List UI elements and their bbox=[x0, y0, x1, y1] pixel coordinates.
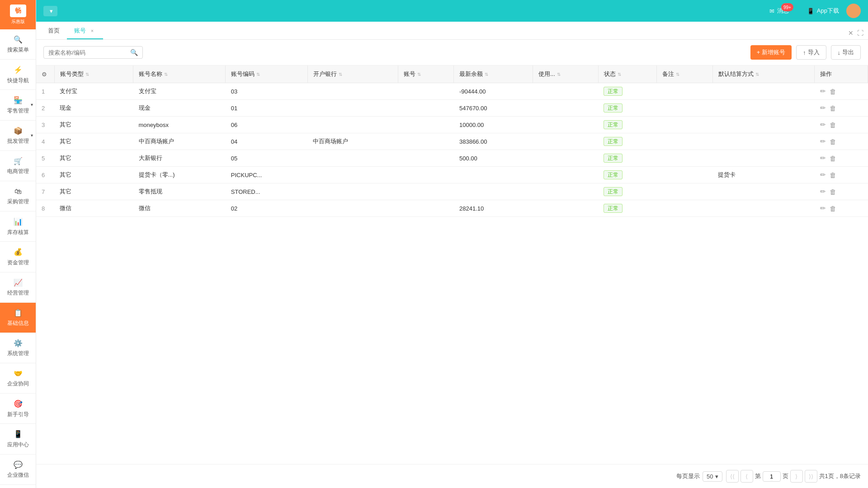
sidebar-label-corp-agreement: 企业协同 bbox=[7, 380, 29, 388]
sidebar-nav: 🔍 搜索菜单 ⚡ 快捷导航 🏪 零售管理 📦 批发管理 🛒 电商管理 🛍 采购管… bbox=[0, 29, 36, 488]
sidebar-item-member[interactable]: 👤 畅会员 bbox=[0, 485, 36, 488]
delete-button[interactable]: 🗑 bbox=[830, 188, 836, 196]
col-bank[interactable]: 开户银行⇅ bbox=[307, 66, 398, 83]
cell-settlement bbox=[712, 100, 815, 117]
sidebar-item-finance[interactable]: 💰 资金管理 bbox=[0, 242, 36, 272]
col-name[interactable]: 账号名称⇅ bbox=[133, 66, 226, 83]
export-button[interactable]: ↓ 导出 bbox=[831, 45, 861, 60]
sidebar-item-system[interactable]: ⚙️ 系统管理 bbox=[0, 333, 36, 363]
cell-type: 其它 bbox=[54, 133, 133, 150]
sidebar-icon-quick-nav: ⚡ bbox=[14, 65, 23, 75]
delete-button[interactable]: 🗑 bbox=[830, 104, 836, 112]
sidebar-item-app-center[interactable]: 📱 应用中心 bbox=[0, 424, 36, 454]
prev-page-button[interactable]: ⟨ bbox=[741, 470, 753, 483]
maximize-icon[interactable]: ⛶ bbox=[857, 29, 863, 37]
cell-usage bbox=[533, 133, 598, 150]
sidebar-item-basic-info[interactable]: 📋 基础信息 bbox=[0, 303, 36, 333]
cell-name: 现金 bbox=[133, 100, 226, 117]
edit-button[interactable]: ✏ bbox=[820, 87, 826, 95]
table-row: 2 现金 现金 01 547670.00 正常 ✏ 🗑 bbox=[36, 100, 868, 117]
logo-area: 畅 乐惠版 bbox=[0, 0, 36, 29]
row-num: 7 bbox=[36, 183, 54, 200]
cell-balance: 10000.00 bbox=[454, 117, 533, 133]
add-account-button[interactable]: + 新增账号 bbox=[750, 45, 792, 60]
sidebar-item-corp-agreement[interactable]: 🤝 企业协同 bbox=[0, 363, 36, 394]
row-num: 5 bbox=[36, 150, 54, 167]
logo-text: 乐惠版 bbox=[11, 19, 25, 25]
edit-button[interactable]: ✏ bbox=[820, 121, 826, 129]
sidebar-item-purchase[interactable]: 🛍 采购管理 bbox=[0, 181, 36, 211]
sidebar-item-new-guide[interactable]: 🎯 新手引导 bbox=[0, 394, 36, 424]
edit-button[interactable]: ✏ bbox=[820, 204, 826, 212]
col-settlement[interactable]: 默认结算方式⇅ bbox=[712, 66, 815, 83]
edit-button[interactable]: ✏ bbox=[820, 104, 826, 112]
page-input[interactable] bbox=[763, 471, 781, 482]
edit-button[interactable]: ✏ bbox=[820, 154, 826, 162]
sidebar-icon-app-center: 📱 bbox=[14, 429, 23, 439]
col-usage[interactable]: 使用...⇅ bbox=[533, 66, 598, 83]
store-dropdown[interactable]: ▾ bbox=[43, 6, 57, 16]
sidebar-icon-wholesale: 📦 bbox=[14, 126, 23, 136]
action-buttons: ✏ 🗑 bbox=[820, 137, 863, 145]
sidebar-icon-purchase: 🛍 bbox=[14, 187, 22, 197]
delete-button[interactable]: 🗑 bbox=[830, 88, 836, 95]
delete-button[interactable]: 🗑 bbox=[830, 138, 836, 145]
col-account[interactable]: 账号⇅ bbox=[398, 66, 454, 83]
cell-account bbox=[398, 83, 454, 100]
messages-action[interactable]: ✉ 消息 99+ bbox=[769, 7, 789, 15]
avatar[interactable] bbox=[846, 4, 861, 18]
import-label: 导入 bbox=[808, 48, 820, 56]
sidebar-item-retail[interactable]: 🏪 零售管理 bbox=[0, 90, 36, 120]
tab-account-close[interactable]: × bbox=[89, 27, 96, 34]
edit-button[interactable]: ✏ bbox=[820, 171, 826, 179]
sidebar-item-ecommerce[interactable]: 🛒 电商管理 bbox=[0, 151, 36, 181]
action-buttons: ✏ 🗑 bbox=[820, 204, 863, 212]
sidebar-item-quick-nav[interactable]: ⚡ 快捷导航 bbox=[0, 60, 36, 90]
search-input[interactable] bbox=[48, 49, 127, 56]
col-type[interactable]: 账号类型⇅ bbox=[54, 66, 133, 83]
delete-button[interactable]: 🗑 bbox=[830, 155, 836, 162]
col-notes[interactable]: 备注⇅ bbox=[657, 66, 713, 83]
cell-usage bbox=[533, 100, 598, 117]
close-window-icon[interactable]: ✕ bbox=[848, 29, 854, 37]
sidebar-item-corp-wechat[interactable]: 💬 企业微信 bbox=[0, 455, 36, 485]
edit-button[interactable]: ✏ bbox=[820, 137, 826, 145]
next-page-button[interactable]: ⟩ bbox=[790, 470, 803, 483]
col-status[interactable]: 状态⇅ bbox=[598, 66, 656, 83]
last-page-button[interactable]: ⟩⟩ bbox=[805, 470, 817, 483]
column-settings-icon[interactable]: ⚙ bbox=[42, 71, 47, 78]
tab-account-label: 账号 bbox=[74, 27, 86, 35]
cell-bank bbox=[307, 150, 398, 167]
sidebar-item-operations[interactable]: 📈 经营管理 bbox=[0, 272, 36, 303]
sidebar-item-search[interactable]: 🔍 搜索菜单 bbox=[0, 29, 36, 60]
col-balance[interactable]: 最新余额⇅ bbox=[454, 66, 533, 83]
delete-button[interactable]: 🗑 bbox=[830, 121, 836, 129]
edit-button[interactable]: ✏ bbox=[820, 188, 826, 196]
cell-actions: ✏ 🗑 bbox=[815, 200, 868, 217]
tab-account[interactable]: 账号 × bbox=[67, 23, 103, 39]
delete-button[interactable]: 🗑 bbox=[830, 205, 836, 212]
cell-code: STORED... bbox=[226, 183, 308, 200]
cell-account bbox=[398, 150, 454, 167]
col-code[interactable]: 账号编码⇅ bbox=[226, 66, 308, 83]
table-row: 7 其它 零售抵现 STORED... 正常 ✏ 🗑 bbox=[36, 183, 868, 200]
sidebar-item-inventory[interactable]: 📊 库存核算 bbox=[0, 211, 36, 242]
cell-settlement bbox=[712, 200, 815, 217]
cell-status: 正常 bbox=[598, 183, 656, 200]
content-area: 🔍 + 新增账号 ↑ 导入 ↓ 导出 ⚙ bbox=[36, 40, 868, 488]
delete-button[interactable]: 🗑 bbox=[830, 171, 836, 179]
cell-type: 现金 bbox=[54, 100, 133, 117]
tab-home[interactable]: 首页 bbox=[41, 23, 67, 39]
content-toolbar: 🔍 + 新增账号 ↑ 导入 ↓ 导出 bbox=[36, 40, 868, 66]
cell-settlement bbox=[712, 150, 815, 167]
sidebar: 畅 乐惠版 🔍 搜索菜单 ⚡ 快捷导航 🏪 零售管理 📦 批发管理 🛒 电商管理… bbox=[0, 0, 36, 488]
row-num: 2 bbox=[36, 100, 54, 117]
action-buttons: ✏ 🗑 bbox=[820, 154, 863, 162]
page-size-dropdown[interactable]: 50 ▾ bbox=[703, 471, 722, 482]
import-button[interactable]: ↑ 导入 bbox=[796, 45, 826, 60]
sidebar-item-wholesale[interactable]: 📦 批发管理 bbox=[0, 121, 36, 151]
main-content: ▾ ✉ 消息 99+ 📱 App下载 首页 账号 × ✕ ⛶ bbox=[36, 0, 868, 488]
first-page-button[interactable]: ⟨⟨ bbox=[726, 470, 739, 483]
download-action[interactable]: 📱 App下载 bbox=[807, 7, 839, 15]
search-box[interactable]: 🔍 bbox=[43, 46, 143, 59]
